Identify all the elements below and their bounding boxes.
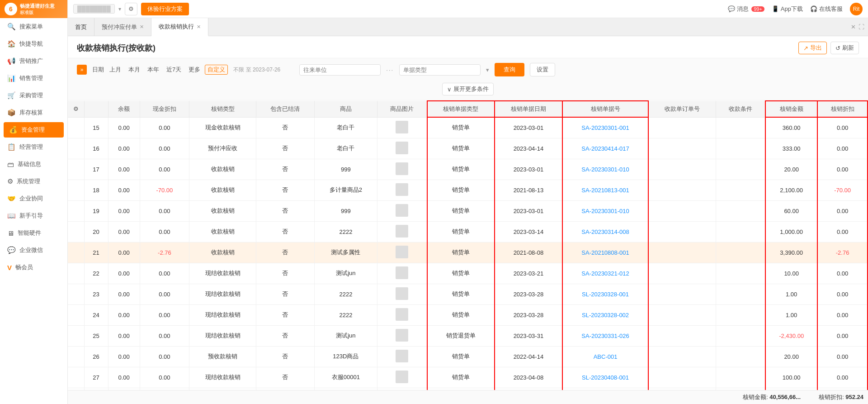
cell-cancel-bill-date: 2023-03-01 [495,159,562,180]
cell-cash-discount: 0.00 [140,117,189,138]
sidebar-item-finance[interactable]: 💰 资金管理 [4,122,64,138]
cell-cancel-type: 收款核销 [189,221,256,242]
cell-cancel-bill-no[interactable]: SA-20230321-012 [562,263,649,284]
collapse-button[interactable]: » [77,65,87,75]
page-header: 收款核销执行(按收款) ↗ 导出 ↺ 刷新 [68,36,868,58]
tab-home[interactable]: 首页 [68,18,94,36]
sidebar-item-search[interactable]: 🔍 搜索菜单 [0,18,67,35]
date-this-year[interactable]: 本年 [145,65,162,75]
tab-collection[interactable]: 收款核销执行 ✕ [151,18,208,36]
basic-icon: 🗃 [7,161,14,168]
cell-rownum: 21 [84,242,108,263]
cell-cancel-type: 现结收款核销 [189,263,256,284]
settings-button[interactable]: ⚙ [125,3,137,15]
col-collection-condition: 收款条件 [716,101,765,117]
date-curr-month[interactable]: 本月 [126,65,143,75]
mobile-icon: 📱 [772,5,779,12]
app-download-button[interactable]: 📱 App下载 [772,5,803,13]
cell-cancel-amount: 1.00 [765,284,817,304]
date-7days[interactable]: 近7天 [164,65,184,75]
query-button[interactable]: 查询 [495,63,524,76]
cell-cancel-bill-no[interactable]: SL-20230328-002 [562,304,649,325]
tab-collection-close[interactable]: ✕ [197,24,201,30]
top-bar: ████████ ▾ ⚙ 休验行业方案 💬 消息 99+ 📱 App下载 🎧 在… [68,0,868,18]
cell-goods-image [377,180,427,200]
col-settings[interactable]: ⚙ [68,101,84,117]
sidebar-item-guide[interactable]: 📖 新手引导 [0,207,67,224]
logo-icon: 6 [5,3,17,15]
logo-text: 畅捷通谱好生意 标准版 [20,3,55,15]
table-container[interactable]: ⚙ 余额 现金折扣 核销类型 包含已结清 商品 商品图片 核销单据类型 核销单据… [68,100,868,390]
cell-cancel-bill-no[interactable]: SA-20230301-010 [562,200,649,221]
messages-button[interactable]: 💬 消息 99+ [728,5,764,13]
cell-cancel-bill-no[interactable]: SA-20210808-001 [562,242,649,263]
company-name[interactable]: ████████ [73,4,115,14]
setting-button[interactable]: 设置 [530,63,555,76]
sidebar-item-basic[interactable]: 🗃 基础信息 [0,156,67,173]
sidebar-item-enterprise[interactable]: 🤝 企业协同 [0,190,67,207]
cell-goods-image [377,221,427,242]
cell-collection-condition [716,117,765,138]
cell-cancel-bill-no[interactable]: SL-20230408-001 [562,367,649,388]
bill-type-input[interactable] [399,64,481,76]
sidebar-item-quicknav[interactable]: 🏠 快捷导航 [0,35,67,52]
sidebar-item-wechat[interactable]: 💬 企业微信 [0,242,67,259]
sidebar-item-operation[interactable]: 📋 经营管理 [0,138,67,156]
cell-cancel-discount: 0.00 [817,159,868,180]
cell-cancel-bill-no[interactable]: SA-20230414-017 [562,138,649,159]
cell-cancel-bill-no[interactable]: SL-20230328-001 [562,284,649,304]
cell-cancel-bill-date: 2023-04-14 [495,138,562,159]
cell-cancel-amount: -2,430.00 [765,325,817,346]
cell-cancel-bill-no[interactable]: SA-20230314-008 [562,221,649,242]
cell-cash-discount: 0.00 [140,325,189,346]
industry-button[interactable]: 休验行业方案 [141,3,189,15]
sidebar-item-marketing[interactable]: 📢 营销推广 [0,52,67,70]
cell-settings [68,242,84,263]
cell-cancel-amount: 20.00 [765,159,817,180]
cell-collection-order-no [648,325,716,346]
cell-cancel-bill-no[interactable]: SA-20230301-001 [562,117,649,138]
tab-bar-actions: ✕ ⛶ [847,18,868,36]
cell-balance: 0.00 [108,325,140,346]
cell-cancel-bill-type: 销货单 [427,138,495,159]
tab-prepay[interactable]: 预付冲应付单 ✕ [94,18,151,36]
cell-balance: 0.00 [108,200,140,221]
expand-more-button[interactable]: ∨ 展开更多条件 [442,83,494,95]
cell-collection-condition [716,284,765,304]
page-title: 收款核销执行(按收款) [77,43,156,53]
sidebar-item-inventory[interactable]: 📦 库存核算 [0,104,67,121]
online-service-button[interactable]: 🎧 在线客服 [810,5,843,13]
col-cancel-bill-no: 核销单据号 [562,101,649,117]
cell-included-settled: 否 [256,367,315,388]
cell-cancel-bill-no[interactable]: SA-20230301-010 [562,159,649,180]
footer-cancel-discount: 核销折扣: 952.24 [819,393,863,401]
close-tab-icon[interactable]: ✕ [851,24,856,30]
fullscreen-icon[interactable]: ⛶ [859,24,864,30]
cell-cancel-bill-no[interactable]: ABC-001 [562,346,649,367]
cell-collection-order-no [648,159,716,180]
footer-cancel-amount: 核销金额: 40,556,66... [743,393,801,401]
tab-prepay-close[interactable]: ✕ [140,24,144,30]
date-more[interactable]: 更多 [186,65,203,75]
sidebar-item-purchase[interactable]: 🛒 采购管理 [0,87,67,104]
date-custom[interactable]: 自定义 [205,65,228,75]
cell-cancel-discount: 0.00 [817,263,868,284]
cell-cancel-bill-type: 销货单 [427,221,495,242]
date-prev-month[interactable]: 上月 [107,65,124,75]
cell-cash-discount: -2.76 [140,242,189,263]
sidebar-item-system[interactable]: ⚙ 系统管理 [0,173,67,190]
messages-badge: 99+ [751,6,764,12]
sidebar-item-member[interactable]: V 畅会员 [0,259,67,276]
export-button[interactable]: ↗ 导出 [798,42,827,54]
user-avatar[interactable]: Rit [850,3,863,15]
chevron-down-icon[interactable]: ▾ [118,6,121,12]
refresh-button[interactable]: ↺ 刷新 [830,42,859,54]
partner-input[interactable] [299,64,381,76]
cell-cancel-bill-date: 2023-03-31 [495,325,562,346]
cell-cancel-bill-no[interactable]: SA-20210813-001 [562,180,649,200]
sidebar-item-sales[interactable]: 📊 销售管理 [0,70,67,87]
cell-cancel-bill-no[interactable]: SA-20230331-026 [562,325,649,346]
sidebar-item-hardware[interactable]: 🖥 智能硬件 [0,224,67,242]
bill-type-dropdown-icon[interactable]: ▾ [486,67,489,73]
col-cancel-bill-type: 核销单据类型 [427,101,495,117]
